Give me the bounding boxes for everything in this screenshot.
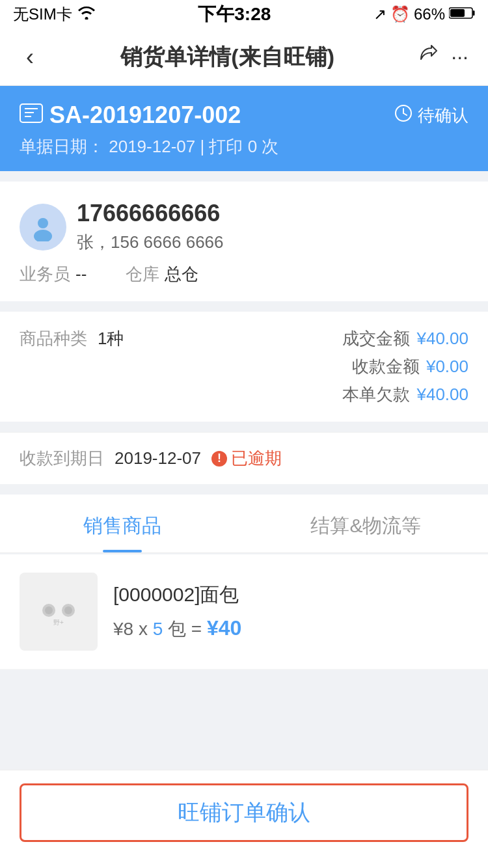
order-icon	[20, 102, 43, 129]
transaction-label: 成交金额	[342, 327, 410, 350]
product-name: [0000002]面包	[113, 582, 468, 608]
battery-icon	[449, 5, 475, 23]
received-label: 收款金额	[352, 355, 420, 378]
nav-bar: ‹ 销货单详情(来自旺铺) ···	[0, 29, 488, 86]
back-button[interactable]: ‹	[20, 37, 40, 77]
customer-info: 17666666666 张，156 6666 6666	[77, 200, 468, 254]
product-item: 野+ [0000002]面包 ¥8 x 5 包 = ¥40	[0, 554, 488, 670]
owed-row: 本单欠款 ¥40.00	[342, 383, 468, 406]
more-button[interactable]: ···	[451, 45, 468, 69]
due-label: 收款到期日	[20, 447, 104, 470]
received-row: 收款金额 ¥0.00	[352, 355, 468, 378]
product-info: [0000002]面包 ¥8 x 5 包 = ¥40	[113, 582, 468, 642]
status-bar: 无SIM卡 下午3:28 ↗ ⏰ 66%	[0, 0, 488, 29]
bottom-bar: 旺铺订单确认	[0, 770, 488, 868]
status-time: 下午3:28	[198, 2, 271, 27]
products-section: 野+ [0000002]面包 ¥8 x 5 包 = ¥40	[0, 554, 488, 670]
confirm-order-button[interactable]: 旺铺订单确认	[20, 783, 468, 842]
tabs-section: 销售商品 结算&物流等	[0, 495, 488, 553]
svg-line-9	[403, 113, 407, 115]
transaction-row: 成交金额 ¥40.00	[342, 327, 468, 350]
order-status: 待确认	[394, 104, 468, 127]
svg-rect-2	[450, 9, 465, 17]
sales-label: 业务员	[20, 263, 70, 286]
avatar	[20, 204, 66, 251]
product-type: 商品种类 1种	[20, 327, 124, 350]
nav-title: 销货单详情(来自旺铺)	[120, 42, 334, 72]
transaction-value: ¥40.00	[416, 329, 468, 349]
customer-name: 张，156 6666 6666	[77, 231, 468, 254]
owed-value: ¥40.00	[416, 385, 468, 405]
tab-settlement[interactable]: 结算&物流等	[244, 495, 488, 552]
svg-rect-1	[472, 10, 474, 16]
stats-section: 商品种类 1种 成交金额 ¥40.00 收款金额 ¥0.00 本单欠款 ¥40.…	[0, 312, 488, 422]
owed-label: 本单欠款	[342, 383, 410, 406]
status-right: ↗ ⏰ 66%	[373, 5, 475, 23]
tab-sales-products[interactable]: 销售商品	[0, 495, 244, 552]
svg-point-10	[38, 218, 48, 228]
overdue-text: 已逾期	[231, 447, 282, 470]
customer-phone: 17666666666	[77, 200, 468, 227]
due-date-section: 收款到期日 2019-12-07 ! 已逾期	[0, 432, 488, 484]
wifi-icon	[77, 5, 96, 23]
warehouse-value: 总仓	[165, 263, 198, 286]
customer-section: 17666666666 张，156 6666 6666 业务员 -- 仓库 总仓	[0, 182, 488, 301]
order-id-left: SA-20191207-002	[20, 102, 241, 129]
alarm-icon: ⏰	[390, 5, 410, 23]
sales-meta: 业务员 --	[20, 263, 87, 286]
order-id-row: SA-20191207-002 待确认	[20, 102, 468, 129]
received-value: ¥0.00	[426, 357, 468, 377]
svg-text:野+: 野+	[53, 619, 64, 626]
share-button[interactable]	[414, 43, 438, 72]
product-price-row: ¥8 x 5 包 = ¥40	[113, 616, 468, 642]
customer-meta: 业务员 -- 仓库 总仓	[20, 263, 468, 286]
header-card: SA-20191207-002 待确认 单据日期： 2019-12-07 | 打…	[0, 86, 488, 171]
warehouse-meta: 仓库 总仓	[126, 263, 198, 286]
clock-icon	[394, 104, 413, 127]
svg-point-13	[45, 606, 53, 614]
battery-text: 66%	[414, 5, 445, 23]
nav-actions: ···	[414, 43, 468, 72]
product-type-label: 商品种类	[20, 327, 87, 350]
location-icon: ↗	[373, 5, 386, 23]
product-type-value: 1种	[98, 327, 124, 350]
status-left: 无SIM卡	[13, 4, 96, 25]
svg-point-15	[64, 606, 72, 614]
overdue-badge: ! 已逾期	[211, 447, 282, 470]
product-thumbnail: 野+	[20, 573, 98, 651]
order-date: 单据日期： 2019-12-07 | 打印 0 次	[20, 135, 468, 158]
status-text: 待确认	[418, 104, 468, 127]
customer-row: 17666666666 张，156 6666 6666	[20, 200, 468, 254]
warehouse-label: 仓库	[126, 263, 159, 286]
order-id-text: SA-20191207-002	[49, 102, 241, 129]
svg-point-11	[34, 230, 52, 241]
sales-value: --	[75, 264, 87, 284]
overdue-icon: !	[211, 451, 227, 467]
amount-stats: 成交金额 ¥40.00 收款金额 ¥0.00 本单欠款 ¥40.00	[342, 327, 468, 406]
carrier-text: 无SIM卡	[13, 4, 72, 25]
due-date-value: 2019-12-07	[115, 448, 201, 468]
